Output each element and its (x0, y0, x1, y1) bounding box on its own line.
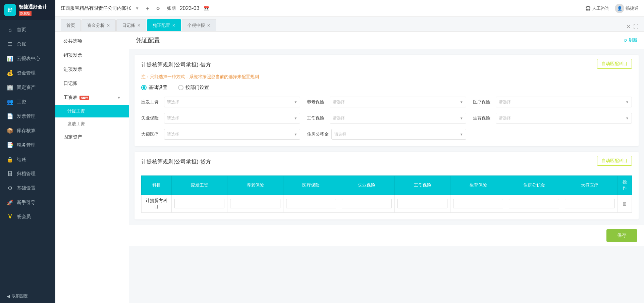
footer-bar: 保存 (129, 225, 644, 246)
select-placeholder: 请选择 (167, 132, 179, 137)
tab-voucher[interactable]: 凭证配置 ✕ (147, 19, 181, 31)
tab-tax[interactable]: 个税申报 ✕ (182, 19, 216, 31)
cell-shiye[interactable] (339, 195, 394, 213)
page-title: 凭证配置 (136, 36, 160, 44)
menu-item-journal[interactable]: 日记账 (55, 77, 129, 91)
input-yanglao[interactable] (230, 199, 280, 208)
cell-yingfa[interactable] (172, 195, 227, 213)
close-window-button[interactable]: ✕ (626, 23, 631, 30)
menu-label: 进项发票 (63, 66, 82, 72)
yiliao-select[interactable]: 请选择 ▼ (496, 97, 632, 107)
tab-close-icon[interactable]: ✕ (172, 23, 175, 28)
expand-window-button[interactable]: ⛶ (633, 24, 639, 30)
input-yiliao[interactable] (286, 199, 336, 208)
sidebar-item-tax[interactable]: 📑 税务管理 (0, 138, 55, 152)
sidebar-item-invoice[interactable]: 📄 发票管理 (0, 109, 55, 123)
sidebar-item-assets[interactable]: 🏢 固定资产 (0, 80, 55, 95)
headset-icon: 🎧 (585, 6, 591, 11)
save-button[interactable]: 保存 (606, 229, 637, 242)
input-shengyu[interactable] (453, 199, 503, 208)
select-placeholder: 请选择 (167, 99, 179, 105)
cell-gongshang[interactable] (395, 195, 450, 213)
cell-action[interactable]: 🗑 (618, 195, 632, 213)
delete-row-button[interactable]: 🗑 (622, 201, 627, 206)
tab-close-icon[interactable]: ✕ (207, 23, 210, 28)
cell-daeyiliao[interactable] (562, 195, 618, 213)
auto-match-credit-button[interactable]: 自动匹配科目 (597, 156, 632, 166)
debit-rules-section: 计提核算规则(公司承担)-借方 自动匹配科目 注：只能选择一种方式，系统将按照您… (135, 55, 639, 146)
content-area: 公共选项 销项发票 进项发票 日记账 工资表 NEW ▼ 计提工资 (55, 32, 644, 303)
cancel-fix-button[interactable]: ◀ 取消固定 (0, 289, 55, 303)
yanglao-select[interactable]: 请选择 ▼ (330, 97, 466, 107)
sidebar-item-ledger[interactable]: ☰ 总账 (0, 37, 55, 51)
header-right: 🎧 人工咨询 👤 畅捷通 (585, 4, 639, 13)
radio-basic[interactable]: 基础设置 (141, 85, 167, 91)
ledger-icon: ☰ (7, 41, 13, 47)
sidebar-item-label: 资金管理 (17, 70, 36, 76)
page-header: 凭证配置 ↺ 刷新 (129, 32, 644, 49)
menu-item-public[interactable]: 公共选项 (55, 34, 129, 48)
radio-dept[interactable]: 按部门设置 (178, 85, 209, 91)
add-tab-button[interactable]: ＋ (143, 4, 152, 12)
gongshang-select[interactable]: 请选择 ▼ (330, 113, 466, 123)
auto-match-debit-button[interactable]: 自动匹配科目 (597, 59, 632, 69)
daeyiliao-select[interactable]: 请选择 ▼ (164, 129, 300, 140)
sidebar-item-inventory[interactable]: 📦 库存核算 (0, 123, 55, 138)
menu-item-payroll[interactable]: 工资表 NEW ▼ (55, 91, 129, 105)
yingfa-select[interactable]: 请选择 ▼ (164, 97, 300, 107)
tab-label: 日记账 (122, 22, 135, 29)
tab-home[interactable]: 首页 (61, 19, 81, 31)
refresh-button[interactable]: ↺ 刷新 (624, 37, 637, 43)
sidebar-item-settings[interactable]: ⚙ 基础设置 (0, 181, 55, 195)
menu-item-fixed-asset[interactable]: 固定资产 (55, 130, 129, 144)
sidebar-item-reports[interactable]: 📊 云报表中心 (0, 51, 55, 66)
sidebar-item-archive[interactable]: 🗄 归档管理 (0, 167, 55, 181)
consult-button[interactable]: 🎧 人工咨询 (585, 5, 609, 11)
settings-button[interactable]: ⚙ (156, 6, 160, 11)
sidebar-item-home[interactable]: ⌂ 首页 (0, 23, 55, 37)
input-gongjijin[interactable] (509, 199, 559, 208)
app-logo-icon: 好 (4, 4, 16, 16)
sidebar-item-label: 基础设置 (17, 185, 36, 191)
sidebar-item-capital[interactable]: 💰 资金管理 (0, 66, 55, 80)
menu-item-pay-salary[interactable]: 发放工资 (55, 117, 129, 130)
tab-close-icon[interactable]: ✕ (137, 23, 141, 28)
select-placeholder: 请选择 (499, 115, 511, 121)
period-label: 账期 (167, 5, 176, 11)
cell-yanglao[interactable] (227, 195, 283, 213)
radio-label: 基础设置 (149, 85, 167, 91)
input-gongshang[interactable] (397, 199, 447, 208)
menu-item-sales[interactable]: 销项发票 (55, 48, 129, 62)
left-arrow-icon: ◀ (7, 294, 10, 299)
tab-capital[interactable]: 资金分析 ✕ (82, 19, 116, 31)
cell-yiliao[interactable] (283, 195, 339, 213)
menu-label: 公共选项 (63, 38, 82, 44)
tab-close-icon[interactable]: ✕ (107, 23, 110, 28)
cell-shengyu[interactable] (450, 195, 506, 213)
new-badge: NEW (79, 96, 89, 100)
col-gongshang: 工伤保险 (395, 176, 450, 195)
user-profile[interactable]: 👤 畅捷通 (615, 4, 639, 13)
gongjijin-select[interactable]: 请选择 ▼ (331, 129, 466, 140)
calendar-icon[interactable]: 📅 (204, 6, 209, 11)
sidebar: 好 畅捷通好会计 旗舰版 ⌂ 首页 ☰ 总账 📊 云报表中心 💰 资金管理 🏢 … (0, 0, 55, 303)
company-dropdown-arrow[interactable]: ▼ (135, 6, 139, 11)
sidebar-item-salary[interactable]: 👥 工资 (0, 95, 55, 109)
sidebar-item-label: 总账 (17, 41, 26, 47)
field-label: 养老保险 (307, 99, 327, 105)
sidebar-item-guide[interactable]: 🚀 新手引导 (0, 195, 55, 210)
menu-item-calc-salary[interactable]: 计提工资 (55, 105, 129, 117)
shengyu-select[interactable]: 请选择 ▼ (496, 113, 632, 123)
sidebar-item-close[interactable]: 🔒 结账 (0, 152, 55, 167)
cell-gongjijin[interactable] (506, 195, 562, 213)
chevron-down-icon: ▼ (460, 100, 463, 104)
input-yingfa[interactable] (174, 199, 224, 208)
field-label: 住房公积金 (307, 131, 329, 137)
col-yanglao: 养老保险 (227, 176, 283, 195)
sidebar-item-vip[interactable]: V 畅会员 (0, 210, 55, 224)
menu-item-purchase[interactable]: 进项发票 (55, 62, 129, 77)
input-shiye[interactable] (342, 199, 392, 208)
input-daeyiliao[interactable] (565, 199, 615, 208)
shiye-select[interactable]: 请选择 ▼ (164, 113, 300, 123)
tab-journal[interactable]: 日记账 ✕ (116, 19, 146, 31)
